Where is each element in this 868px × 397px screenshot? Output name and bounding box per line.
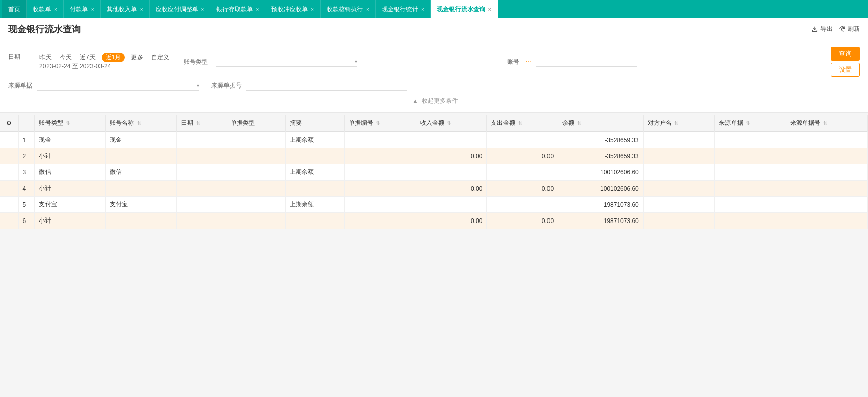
nav-tab-receipt-verify-close[interactable]: × [366, 7, 369, 12]
shortcut-custom[interactable]: 自定义 [149, 53, 171, 62]
nav-tab-other-income[interactable]: 其他收入单 × [101, 0, 150, 18]
cell-balance: -3528659.33 [558, 148, 644, 164]
col-date[interactable]: 日期 ⇅ [177, 115, 226, 132]
account-type-input[interactable] [216, 57, 355, 66]
cell-summary: 上期余额 [285, 164, 344, 181]
nav-tab-payment-label: 付款单 [70, 5, 88, 14]
nav-tab-cash-bank-stat-close[interactable]: × [421, 7, 424, 12]
cell-doc-num [344, 181, 416, 197]
shortcut-7days[interactable]: 近7天 [78, 53, 98, 62]
col-doc-num[interactable]: 单据编号 ⇅ [344, 115, 416, 132]
cell-doc-num [344, 213, 416, 229]
nav-tab-other-income-close[interactable]: × [140, 7, 143, 12]
shortcut-1month[interactable]: 近1月 [102, 53, 125, 62]
cell-counterparty [643, 181, 714, 197]
nav-tab-ar-ap-adjust[interactable]: 应收应付调整单 × [150, 0, 211, 18]
nav-tab-payment-close[interactable]: × [91, 7, 94, 12]
table-row: 4 小计 0.00 0.00 100102606.60 [0, 181, 868, 197]
cell-acct-name: 现金 [106, 132, 177, 148]
query-button[interactable]: 查询 [831, 47, 860, 61]
source-doc-num-input[interactable] [246, 81, 407, 90]
export-button[interactable]: 导出 [811, 25, 833, 33]
cell-acct-type: 微信 [34, 164, 106, 181]
cell-src-doc-num [786, 164, 868, 181]
nav-tab-bank-deposit[interactable]: 银行存取款单 × [210, 0, 265, 18]
col-acct-name[interactable]: 账号名称 ⇅ [106, 115, 177, 132]
cell-index: 3 [18, 164, 34, 181]
data-table: ⚙ 账号类型 ⇅ 账号名称 ⇅ 日期 ⇅ 单据类型 摘要 单据编号 ⇅ 收入金额… [0, 115, 868, 229]
top-nav: 首页 收款单 × 付款单 × 其他收入单 × 应收应付调整单 × 银行存取款单 … [0, 0, 868, 18]
page-title: 现金银行流水查询 [8, 23, 81, 35]
col-acct-type[interactable]: 账号类型 ⇅ [34, 115, 106, 132]
nav-tab-home-label: 首页 [8, 5, 20, 14]
col-gear[interactable]: ⚙ [0, 115, 18, 132]
nav-tab-ar-ap-adjust-close[interactable]: × [201, 7, 204, 12]
cell-doc-num [344, 132, 416, 148]
settings-button[interactable]: 设置 [831, 63, 860, 77]
cell-src-doc-num [786, 213, 868, 229]
account-dots-button[interactable]: ··· [525, 57, 532, 66]
cell-date [177, 148, 226, 164]
page-header: 现金银行流水查询 导出 刷新 [0, 18, 868, 40]
nav-tab-prepay-offset[interactable]: 预收冲应收单 × [265, 0, 321, 18]
col-src-doc-num[interactable]: 来源单据号 ⇅ [786, 115, 868, 132]
collapse-bar[interactable]: ▲ 收起更多条件 [8, 95, 860, 108]
cell-counterparty [643, 164, 714, 181]
refresh-button[interactable]: 刷新 [839, 25, 860, 33]
cell-acct-name [106, 181, 177, 197]
account-input-wrap: ··· [525, 57, 818, 67]
col-balance[interactable]: 余额 ⇅ [558, 115, 644, 132]
col-src-doc[interactable]: 来源单据 ⇅ [714, 115, 786, 132]
table-row: 2 小计 0.00 0.00 -3528659.33 [0, 148, 868, 164]
nav-tab-other-income-label: 其他收入单 [107, 5, 137, 14]
account-type-dropdown-icon[interactable]: ▾ [355, 59, 357, 64]
col-income[interactable]: 收入金额 ⇅ [416, 115, 487, 132]
cell-doc-type [226, 181, 285, 197]
nav-tab-payment[interactable]: 付款单 × [64, 0, 101, 18]
shortcut-more[interactable]: 更多 [129, 53, 145, 62]
nav-tab-receipt[interactable]: 收款单 × [27, 0, 64, 18]
cell-acct-type: 小计 [34, 148, 106, 164]
cell-doc-type [226, 213, 285, 229]
nav-tab-cash-bank-stat[interactable]: 现金银行统计 × [376, 0, 431, 18]
nav-tab-cash-flow-query-close[interactable]: × [488, 7, 491, 12]
cell-expense [487, 164, 558, 181]
source-doc-dropdown-icon[interactable]: ▾ [197, 83, 199, 89]
cell-summary [285, 181, 344, 197]
nav-tab-prepay-offset-close[interactable]: × [311, 7, 314, 12]
nav-tab-bank-deposit-close[interactable]: × [256, 7, 259, 12]
cell-balance: 100102606.60 [558, 164, 644, 181]
source-doc-input[interactable] [37, 81, 197, 90]
nav-tab-receipt-verify[interactable]: 收款核销执行 × [321, 0, 376, 18]
refresh-icon [839, 26, 846, 33]
nav-tab-receipt-label: 收款单 [33, 5, 51, 14]
cell-expense: 0.00 [487, 148, 558, 164]
col-expense[interactable]: 支出金额 ⇅ [487, 115, 558, 132]
col-index [18, 115, 34, 132]
collapse-label: 收起更多条件 [422, 97, 458, 104]
cell-acct-type: 小计 [34, 213, 106, 229]
table-wrap: ⚙ 账号类型 ⇅ 账号名称 ⇅ 日期 ⇅ 单据类型 摘要 单据编号 ⇅ 收入金额… [0, 115, 868, 229]
table-row: 3 微信 微信 上期余额 100102606.60 [0, 164, 868, 181]
header-actions: 导出 刷新 [811, 25, 860, 33]
nav-tab-receipt-close[interactable]: × [54, 7, 57, 12]
sort-icon-src-doc-num: ⇅ [823, 120, 827, 126]
cell-doc-type [226, 197, 285, 213]
nav-tab-cash-flow-query[interactable]: 现金银行流水查询 × [431, 0, 498, 18]
cell-acct-type: 支付宝 [34, 197, 106, 213]
cell-index: 4 [18, 181, 34, 197]
cell-balance: -3528659.33 [558, 132, 644, 148]
cell-gear [0, 213, 18, 229]
cell-doc-type [226, 148, 285, 164]
account-input[interactable] [536, 57, 637, 66]
cell-acct-name [106, 148, 177, 164]
shortcut-yesterday[interactable]: 昨天 [37, 53, 54, 62]
cell-date [177, 197, 226, 213]
col-counterparty[interactable]: 对方户名 ⇅ [643, 115, 714, 132]
shortcut-today[interactable]: 今天 [58, 53, 74, 62]
nav-tab-home[interactable]: 首页 [2, 0, 27, 18]
action-buttons: 查询 设置 [831, 47, 860, 77]
sort-icon-acct-type: ⇅ [66, 120, 70, 126]
cell-src-doc [714, 181, 786, 197]
table-row: 5 支付宝 支付宝 上期余额 19871073.60 [0, 197, 868, 213]
